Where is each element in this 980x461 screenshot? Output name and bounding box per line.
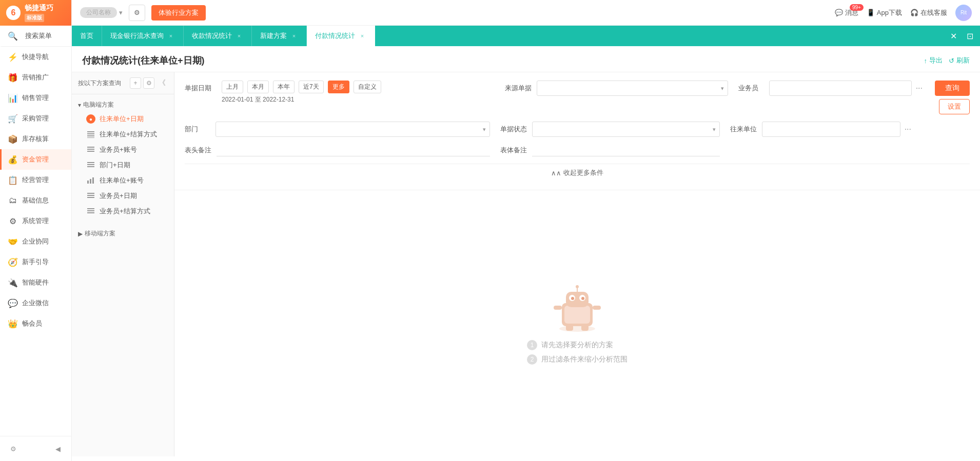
messages-button[interactable]: 💬 消息 99+: [835, 8, 858, 17]
tab-receipt-stats[interactable]: 收款情况统计 ×: [184, 26, 252, 46]
refresh-label: 刷新: [956, 56, 970, 65]
date-btn-this-year[interactable]: 本年: [273, 81, 295, 93]
scheme-header: 按以下方案查询 + ⚙ 《: [72, 72, 174, 94]
voucher-status-control: [532, 122, 720, 137]
scheme-item-label: 往来单位+结算方式: [100, 130, 157, 139]
nav-label: 营销推广: [22, 73, 49, 82]
scheme-item-label: 往来单位+日期: [100, 114, 144, 124]
scheme-item-salesman-settlement[interactable]: 业务员+结算方式: [72, 204, 174, 219]
sidebar-item-smart-hw[interactable]: 🔌 智能硬件: [0, 272, 71, 293]
header-note-input[interactable]: [217, 144, 490, 156]
sidebar-item-operations[interactable]: 📋 经营管理: [0, 170, 71, 190]
body-note-input[interactable]: [532, 144, 720, 156]
tab-new-scheme-close[interactable]: ×: [290, 32, 298, 40]
date-btn-custom[interactable]: 自定义: [354, 81, 381, 93]
source-select-wrap[interactable]: [537, 81, 728, 96]
sidebar-item-purchase[interactable]: 🛒 采购管理: [0, 108, 71, 129]
voucher-select[interactable]: [532, 122, 720, 137]
page-content-area: 付款情况统计(往来单位+日期) ↑ 导出 ↺ 刷新 按以下方案查询 +: [72, 46, 980, 461]
avatar-text: Rit: [961, 10, 967, 15]
tab-receipt-stats-close[interactable]: ×: [235, 32, 243, 40]
scheme-item-salesman-account[interactable]: 业务员+账号: [72, 142, 174, 157]
tab-home[interactable]: 首页: [72, 26, 102, 46]
sidebar-item-member[interactable]: 👑 畅会员: [0, 313, 71, 334]
nav-label: 资金管理: [22, 155, 49, 164]
scheme-header-controls: + ⚙ 《: [130, 77, 168, 89]
tab-close-all-btn[interactable]: ✕: [947, 30, 959, 42]
svg-rect-3: [87, 137, 94, 138]
query-panel: 按以下方案查询 + ⚙ 《 ▾ 电脑端方案 ●: [72, 72, 980, 456]
tab-payment-stats[interactable]: 付款情况统计 ×: [307, 26, 375, 46]
tab-bank-flow[interactable]: 现金银行流水查询 ×: [102, 26, 184, 46]
sidebar-item-quick-nav[interactable]: ⚡ 快捷导航: [0, 47, 71, 67]
svg-rect-4: [87, 147, 94, 148]
scheme-item-dept-date[interactable]: 部门+日期: [72, 157, 174, 173]
date-btn-this-month[interactable]: 本月: [247, 81, 269, 93]
source-select[interactable]: [537, 81, 728, 96]
body-note-field: 表体备注: [500, 144, 720, 156]
dropdown-icon[interactable]: ▾: [119, 9, 123, 16]
tab-receipt-stats-label: 收款情况统计: [192, 31, 232, 41]
date-btn-7days[interactable]: 近7天: [299, 81, 324, 93]
scheme-item-counterparty-settlement[interactable]: 往来单位+结算方式: [72, 127, 174, 142]
tab-bank-flow-close[interactable]: ×: [167, 32, 175, 40]
scheme-settings-btn[interactable]: ⚙: [143, 77, 154, 89]
dept-select[interactable]: [215, 122, 490, 137]
dept-label: 部门: [185, 125, 210, 134]
dept-select-wrap[interactable]: [215, 122, 490, 137]
scheme-group-desktop-title[interactable]: ▾ 电脑端方案: [72, 98, 174, 111]
salesman-input[interactable]: [769, 81, 911, 96]
counterparty-input[interactable]: [762, 122, 900, 137]
sidebar-item-wechat[interactable]: 💬 企业微信: [0, 293, 71, 313]
scheme-item-counterparty-date[interactable]: ● 往来单位+日期: [72, 111, 174, 127]
enterprise-icon: 🤝: [8, 236, 18, 247]
sidebar-item-search[interactable]: 🔍 搜索菜单: [0, 26, 71, 47]
svg-rect-10: [87, 181, 89, 184]
sidebar-collapse-btn[interactable]: ◀: [51, 442, 65, 456]
scheme-collapse-btn[interactable]: 《: [156, 77, 168, 89]
salesman-dots-btn[interactable]: ···: [914, 84, 925, 93]
svg-rect-1: [87, 133, 94, 134]
filter-settings-button[interactable]: 设置: [939, 99, 970, 114]
guide-icon: 🧭: [8, 257, 18, 267]
sidebar-item-sales[interactable]: 📊 销售管理: [0, 88, 71, 108]
tab-payment-stats-close[interactable]: ×: [358, 32, 366, 40]
download-button[interactable]: 📱 App下载: [867, 8, 902, 17]
svg-rect-0: [87, 131, 94, 132]
scheme-item-active-icon: ●: [86, 114, 95, 124]
counterparty-dots-btn[interactable]: ···: [903, 125, 913, 134]
service-button[interactable]: 🎧 在线客服: [910, 8, 947, 17]
user-avatar[interactable]: Rit: [955, 5, 972, 21]
voucher-select-wrap[interactable]: [532, 122, 720, 137]
query-button[interactable]: 查询: [935, 81, 970, 96]
nav-label: 销售管理: [22, 93, 49, 103]
nav-label: 智能硬件: [22, 278, 49, 287]
trial-button[interactable]: 体验行业方案: [151, 5, 206, 21]
date-btn-more[interactable]: 更多: [328, 81, 349, 93]
refresh-button[interactable]: ↺ 刷新: [949, 56, 970, 65]
sidebar-settings-btn[interactable]: ⚙: [6, 442, 21, 456]
header-settings-button[interactable]: ⚙: [129, 5, 145, 21]
date-btn-last-month[interactable]: 上月: [222, 81, 243, 93]
sidebar-item-basic-info[interactable]: 🗂 基础信息: [0, 190, 71, 211]
svg-point-19: [559, 326, 595, 332]
svg-rect-8: [87, 164, 94, 165]
scheme-group-mobile-title[interactable]: ▶ 移动端方案: [72, 227, 174, 240]
sidebar-item-guide[interactable]: 🧭 新手引导: [0, 252, 71, 272]
tab-new-scheme-label: 新建方案: [260, 31, 287, 41]
scheme-add-btn[interactable]: +: [130, 77, 141, 89]
sidebar-item-enterprise[interactable]: 🤝 企业协同: [0, 231, 71, 252]
sidebar-item-system[interactable]: ⚙ 系统管理: [0, 211, 71, 231]
scheme-item-counterparty-account[interactable]: 往来单位+账号: [72, 173, 174, 188]
nav-label: 基础信息: [22, 196, 49, 205]
tab-maximize-btn[interactable]: ⊡: [964, 30, 976, 42]
tab-new-scheme[interactable]: 新建方案 ×: [252, 26, 307, 46]
svg-rect-12: [92, 177, 94, 184]
sidebar-item-marketing[interactable]: 🎁 营销推广: [0, 67, 71, 88]
sidebar-item-funds[interactable]: 💰 资金管理: [0, 149, 71, 170]
scheme-item-salesman-date[interactable]: 业务员+日期: [72, 188, 174, 204]
header-note-control: [217, 144, 490, 156]
sidebar-item-inventory[interactable]: 📦 库存核算: [0, 129, 71, 149]
export-button[interactable]: ↑ 导出: [924, 56, 943, 65]
collapse-more-btn[interactable]: ∧∧ 收起更多条件: [185, 164, 970, 182]
